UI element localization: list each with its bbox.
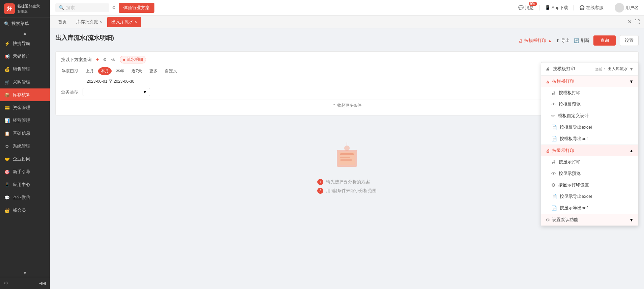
tab-expand-icon[interactable]: ⛶ (635, 19, 640, 25)
message-badge[interactable]: 💬 消息 99+ (518, 5, 534, 11)
collapse-up-icon: ⌃ (332, 103, 336, 108)
item-preview-icon-1: 👁 (551, 102, 556, 107)
page-title: 出入库流水(流水明细) (55, 34, 114, 42)
sidebar-item-finance[interactable]: 💳 资金管理 (0, 101, 50, 114)
refresh-btn[interactable]: 🔄 刷新 (574, 37, 589, 44)
dropdown-item-display-export-pdf[interactable]: 📄 按显示导出pdf (541, 202, 638, 214)
sidebar-settings-icon[interactable]: ⚙ (4, 281, 8, 286)
sidebar-item-purchase[interactable]: 🛒 采购管理 (0, 76, 50, 88)
topbar-divider-1 (539, 5, 539, 10)
dropdown-item-display-print-settings[interactable]: ⚙ 按显示打印设置 (541, 179, 638, 191)
item-preview-icon-2: 👁 (551, 171, 556, 176)
tab-batch-account-close[interactable]: × (99, 20, 102, 24)
sidebar-item-enterprise-wechat[interactable]: 💬 企业微信 (0, 191, 50, 204)
sidebar-scroll-down[interactable]: ▼ (0, 269, 50, 277)
export-btn[interactable]: ⬆ 导出 (556, 37, 570, 44)
item-design-icon: ✏ (551, 113, 555, 119)
tab-close-all-icon[interactable]: ✕ (627, 19, 632, 25)
empty-step-1: 1 请先选择要分析的方案 (317, 179, 377, 185)
svg-rect-4 (340, 159, 352, 161)
filter-collapse-icon[interactable]: ≪ (111, 57, 116, 62)
operations-icon: 📊 (4, 117, 10, 124)
tab-inout-flow[interactable]: 出入库流水 × (107, 17, 141, 27)
default-settings-icon: ⚙ (546, 217, 550, 222)
print-header-icon: 🖨 (546, 67, 550, 72)
sidebar-item-basic[interactable]: 📋 基础信息 (0, 127, 50, 140)
marketing-icon: 📢 (4, 53, 10, 59)
dropdown-item-template-print[interactable]: 🖨 按模板打印 (541, 87, 638, 99)
date-btn-last-month[interactable]: 上月 (83, 67, 97, 75)
settings-button[interactable]: 设置 (620, 35, 639, 46)
set-default-section[interactable]: ⚙ 设置默认功能 ▼ (541, 214, 638, 226)
date-btn-custom[interactable]: 自定义 (162, 67, 180, 75)
sidebar-item-vip[interactable]: 👑 畅会员 (0, 204, 50, 217)
sidebar-scroll-up[interactable]: ▲ (0, 29, 50, 37)
dropdown-item-template-export-pdf[interactable]: 📄 按模板导出pdf (541, 133, 638, 144)
user-avatar-btn[interactable]: 用户名 (615, 3, 639, 12)
sidebar-item-marketing[interactable]: 📢 营销推广 (0, 50, 50, 63)
dropdown-item-template-design[interactable]: ✏ 模板自定义设计 (541, 110, 638, 122)
purchase-icon: 🛒 (4, 79, 10, 85)
headset-icon: 🎧 (579, 5, 585, 10)
dropdown-item-display-preview[interactable]: 👁 按显示预览 (541, 168, 638, 179)
sidebar-item-enterprise[interactable]: 🤝 企业协同 (0, 153, 50, 165)
date-btn-this-month[interactable]: 本月 (98, 67, 112, 75)
app-download-btn[interactable]: 📱 App下载 (545, 5, 568, 11)
topbar-right: 💬 消息 99+ 📱 App下载 🎧 在线客服 用户名 (518, 3, 639, 12)
sidebar-item-app-center[interactable]: 📱 应用中心 (0, 178, 50, 191)
sidebar-item-newbie[interactable]: 🎯 新手引导 (0, 165, 50, 178)
template-print-icon: 🖨 (546, 79, 550, 84)
current-arrow-icon[interactable]: ▼ (629, 67, 634, 72)
empty-step-2: 2 用[选]条件来缩小分析范围 (317, 188, 377, 194)
filter-settings-icon[interactable]: ⚙ (103, 57, 107, 62)
empty-steps: 1 请先选择要分析的方案 2 用[选]条件来缩小分析范围 (317, 179, 377, 196)
topbar-search[interactable]: 🔍 搜索 (55, 3, 109, 12)
add-filter-btn[interactable]: + (96, 57, 99, 63)
tab-batch-account[interactable]: 库存批次账 × (72, 17, 106, 27)
sidebar-item-system[interactable]: ⚙ 系统管理 (0, 140, 50, 153)
business-type-select-arrow: ▼ (143, 89, 147, 95)
dropdown-item-display-export-excel[interactable]: 📄 按显示导出excel (541, 191, 638, 202)
svg-point-5 (344, 146, 350, 151)
date-btn-this-year[interactable]: 本年 (113, 67, 127, 75)
date-btn-7days[interactable]: 近7天 (128, 67, 145, 75)
online-service-btn[interactable]: 🎧 在线客服 (579, 5, 604, 11)
newbie-icon: 🎯 (4, 169, 10, 175)
topbar-divider-2 (574, 5, 574, 10)
query-button[interactable]: 查询 (593, 35, 616, 46)
basic-icon: 📋 (4, 130, 10, 136)
filter-tag[interactable]: ● 流水明细 (120, 56, 146, 63)
industry-btn[interactable]: 体验行业方案 (119, 3, 154, 13)
print-icon: 🖨 (519, 38, 523, 43)
date-btn-more[interactable]: 更多 (146, 67, 160, 75)
dropdown-item-display-print[interactable]: 🖨 按显示打印 (541, 156, 638, 168)
display-print-icon: 🖨 (546, 148, 550, 153)
print-template-btn[interactable]: 🖨 按模板打印 ▲ (519, 37, 552, 44)
tab-home[interactable]: 首页 (54, 17, 71, 27)
display-section-header[interactable]: 🖨 按显示打印 ▲ (541, 145, 638, 156)
template-section-header[interactable]: 🖨 按模板打印 ▼ (541, 76, 638, 87)
topbar-gear-icon[interactable]: ⚙ (112, 5, 116, 10)
set-default-arrow[interactable]: ▼ (629, 217, 634, 222)
business-type-select[interactable]: ▼ (83, 88, 150, 96)
item-settings-icon: ⚙ (551, 182, 556, 188)
date-range-display: 2023-06-01 至 2023-06-30 (87, 79, 134, 84)
sidebar-collapse-icon[interactable]: ◀◀ (39, 281, 46, 286)
sidebar-item-sales[interactable]: 💰 销售管理 (0, 63, 50, 76)
topbar-search-icon: 🔍 (59, 5, 64, 10)
sidebar-item-operations[interactable]: 📊 经营管理 (0, 114, 50, 127)
finance-icon: 💳 (4, 105, 10, 111)
dropdown-item-template-preview[interactable]: 👁 按模板预览 (541, 99, 638, 110)
topbar-divider-3 (609, 5, 609, 10)
dropdown-item-template-export-excel[interactable]: 📄 按模板导出excel (541, 122, 638, 133)
template-section-arrow[interactable]: ▼ (629, 79, 634, 84)
chevron-up-icon: ▲ (548, 38, 552, 43)
sidebar-item-quick-nav[interactable]: ⚡ 快捷导航 (0, 37, 50, 50)
date-label: 单据日期 (61, 68, 79, 74)
tab-inout-flow-close[interactable]: × (135, 20, 137, 24)
current-name: 出入库流水 (608, 66, 628, 72)
sidebar-item-inventory[interactable]: 📦 库存核算 (0, 88, 50, 101)
display-section-arrow[interactable]: ▲ (629, 148, 634, 153)
sidebar-search[interactable]: 🔍 搜索菜单 (0, 18, 50, 29)
sidebar-nav: ⚡ 快捷导航 📢 营销推广 💰 销售管理 🛒 采购管理 📦 库存核算 💳 资金管… (0, 37, 50, 269)
